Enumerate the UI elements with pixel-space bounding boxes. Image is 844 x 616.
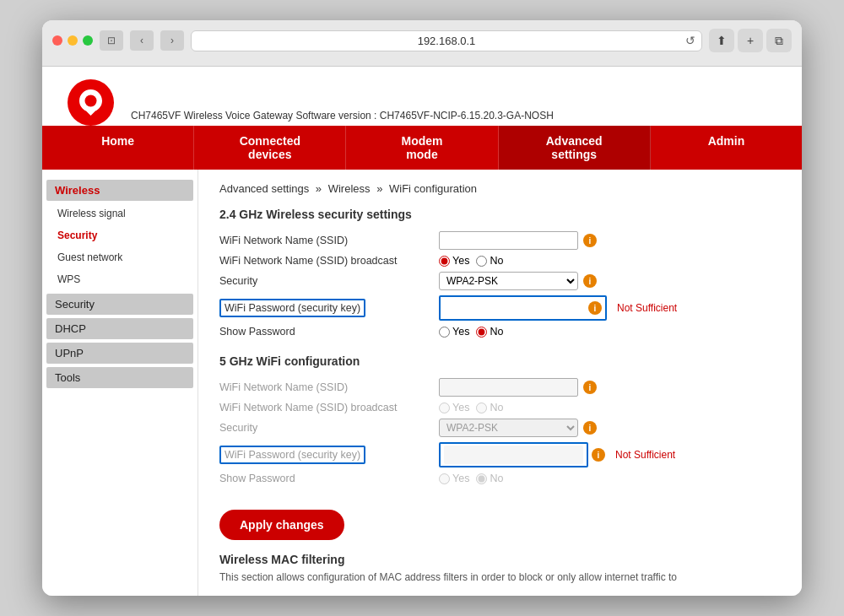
ssid-broadcast-yes-text: Yes (452, 255, 469, 267)
sidebar-item-wps[interactable]: WPS (42, 268, 197, 290)
password-5-info-icon: i (592, 448, 605, 462)
password-24-row: WiFi Password (security key) i Not Suffi… (219, 295, 781, 321)
sidebar-section-upnp: UPnP (42, 343, 197, 364)
nav-home[interactable]: Home (42, 126, 194, 170)
ssid-broadcast-yes-label[interactable]: Yes (439, 255, 469, 267)
security-5-value: WPA2-PSK WPA-PSK WEP None i (439, 419, 597, 437)
sidebar-item-tools[interactable]: Tools (46, 367, 193, 388)
sidebar-item-security[interactable]: Security (42, 224, 197, 246)
ssid-broadcast-no-radio[interactable] (476, 256, 487, 267)
nav-modem-mode[interactable]: Modemmode (346, 126, 498, 170)
nav-advanced-settings[interactable]: Advancedsettings (499, 126, 651, 170)
show-password-24-value: Yes No (439, 326, 503, 338)
minimize-button[interactable] (68, 35, 78, 46)
show-password-5-value: Yes No (439, 473, 503, 484)
sidebar-item-upnp[interactable]: UPnP (46, 343, 193, 364)
password-24-info-icon: i (588, 301, 602, 315)
reload-icon[interactable]: ↺ (685, 34, 695, 47)
nav-admin[interactable]: Admin (651, 126, 802, 170)
section-24ghz-title: 2.4 GHz Wireless security settings (219, 208, 781, 221)
sidebar-item-guest-network[interactable]: Guest network (42, 246, 197, 268)
tabs-button[interactable]: ⧉ (766, 29, 792, 52)
show-password-24-row: Show Password Yes No (219, 326, 781, 338)
ssid-broadcast-5-yes-label: Yes (439, 402, 469, 413)
password-24-input-wrapper: i (439, 295, 607, 321)
mac-filtering-desc: This section allows configuration of MAC… (219, 571, 781, 583)
password-24-label-wrapper: WiFi Password (security key) (219, 299, 365, 317)
ssid-broadcast-no-label[interactable]: No (476, 255, 503, 267)
password-5-label-wrapper: WiFi Password (security key) (219, 446, 365, 464)
section-5ghz-title: 5 GHz WiFi configuration (219, 354, 781, 368)
show-password-5-no-text: No (490, 473, 503, 484)
ssid-24-value: i (439, 231, 597, 250)
close-button[interactable] (52, 35, 62, 46)
ssid-broadcast-5-yes-radio (439, 403, 450, 413)
show-password-yes-text: Yes (452, 326, 469, 338)
router-info: CH7465VF Wireless Voice Gateway Software… (131, 110, 554, 126)
show-password-5-no-label: No (476, 473, 503, 484)
content-area: Advanced settings » Wireless » WiFi conf… (198, 170, 802, 596)
security-24-select[interactable]: WPA2-PSK WPA-PSK WEP None (439, 272, 578, 290)
password-5-input[interactable] (444, 446, 583, 464)
back-button[interactable]: ‹ (130, 30, 154, 51)
show-password-5-no-radio (476, 473, 487, 484)
tab-switcher-button[interactable]: ⊡ (100, 30, 123, 51)
new-tab-button[interactable]: + (738, 29, 763, 52)
sidebar-item-security-group[interactable]: Security (46, 294, 193, 315)
show-password-5-yes-text: Yes (452, 473, 469, 484)
password-5-not-sufficient: Not Sufficient (615, 449, 675, 461)
address-bar[interactable]: 192.168.0.1 (191, 30, 702, 51)
ssid-broadcast-5-row: WiFi Network Name (SSID) broadcast Yes N… (219, 402, 781, 413)
ssid-broadcast-5-no-radio (476, 403, 487, 413)
password-24-label: WiFi Password (security key) (219, 299, 439, 317)
ssid-24-input[interactable] (439, 231, 578, 250)
password-24-input[interactable] (444, 299, 583, 317)
password-5-input-wrapper (439, 442, 588, 467)
show-password-5-row: Show Password Yes No (219, 473, 781, 484)
address-bar-wrapper: 🔒 192.168.0.1 ↺ (191, 30, 702, 51)
security-5-select[interactable]: WPA2-PSK WPA-PSK WEP None (439, 419, 578, 437)
show-password-yes-label[interactable]: Yes (439, 326, 469, 338)
security-5-info-icon: i (583, 421, 597, 435)
sidebar-item-dhcp[interactable]: DHCP (46, 318, 193, 339)
ssid-broadcast-yes-radio[interactable] (439, 256, 450, 267)
show-password-no-text: No (490, 326, 503, 338)
security-5-label: Security (219, 422, 439, 434)
password-5-row: WiFi Password (security key) i Not Suffi… (219, 442, 781, 467)
breadcrumb-sep-1: » (316, 182, 325, 195)
show-password-yes-radio[interactable] (439, 327, 450, 338)
show-password-no-radio[interactable] (476, 327, 487, 338)
forward-button[interactable]: › (160, 30, 184, 51)
sidebar-section-dhcp: DHCP (42, 318, 197, 339)
sidebar-item-wireless-signal[interactable]: Wireless signal (42, 203, 197, 224)
ssid-5-value: i (439, 378, 597, 397)
security-24-info-icon: i (583, 274, 597, 288)
password-24-label-text: WiFi Password (security key) (225, 302, 360, 314)
sidebar: Wireless Wireless signal Security Guest … (42, 170, 198, 596)
sidebar-section-wireless: Wireless Wireless signal Security Guest … (42, 180, 197, 290)
browser-window: ⊡ ‹ › 🔒 192.168.0.1 ↺ ⬆ + ⧉ CH7465VF (42, 20, 802, 596)
ssid-24-info-icon: i (583, 234, 597, 247)
svg-point-1 (85, 95, 97, 107)
ssid-5-input[interactable] (439, 378, 578, 397)
ssid-broadcast-5-no-text: No (490, 402, 503, 413)
sidebar-item-wireless[interactable]: Wireless (46, 180, 193, 201)
share-button[interactable]: ⬆ (709, 29, 734, 52)
security-24-row: Security WPA2-PSK WPA-PSK WEP None i (219, 272, 781, 290)
maximize-button[interactable] (83, 35, 93, 46)
breadcrumb-wireless[interactable]: Wireless (328, 182, 371, 195)
password-24-not-sufficient: Not Sufficient (617, 302, 677, 314)
ssid-broadcast-5-value: Yes No (439, 402, 503, 413)
sidebar-section-security: Security (42, 294, 197, 315)
vodafone-logo (68, 79, 114, 126)
page-content: CH7465VF Wireless Voice Gateway Software… (42, 67, 802, 596)
form-table-24ghz: WiFi Network Name (SSID) i WiFi Network … (219, 231, 781, 338)
breadcrumb-advanced[interactable]: Advanced settings (219, 182, 309, 195)
ssid-24-label: WiFi Network Name (SSID) (219, 235, 439, 246)
show-password-no-label[interactable]: No (476, 326, 503, 338)
ssid-5-row: WiFi Network Name (SSID) i (219, 378, 781, 397)
apply-changes-button[interactable]: Apply changes (219, 510, 344, 540)
ssid-broadcast-5-no-label: No (476, 402, 503, 413)
breadcrumb-sep-2: » (376, 182, 386, 195)
nav-connected-devices[interactable]: Connecteddevices (194, 126, 346, 170)
